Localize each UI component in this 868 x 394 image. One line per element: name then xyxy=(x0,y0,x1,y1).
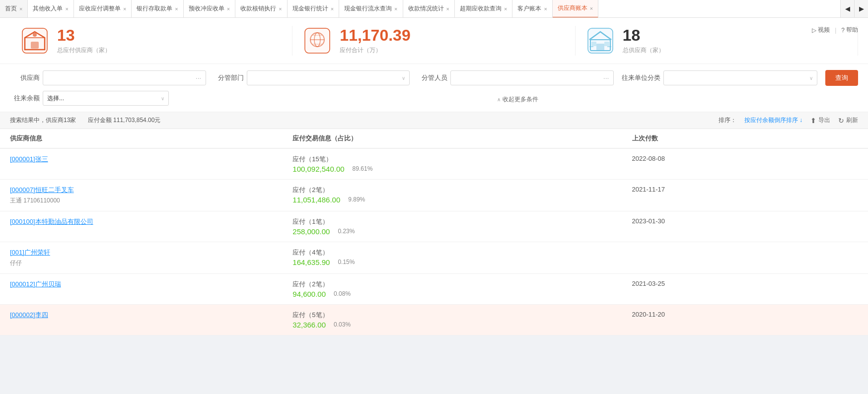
row6-payable-pct: 0.03% xyxy=(334,321,351,328)
export-button[interactable]: ⬆ 导出 xyxy=(810,116,830,125)
supplier-text-input[interactable] xyxy=(47,74,196,81)
row3-payable-amount[interactable]: 258,000.00 xyxy=(292,227,330,236)
sort-button[interactable]: 按应付余额倒序排序 ↓ xyxy=(744,116,802,125)
person-input[interactable]: ··· xyxy=(450,70,614,85)
nav-tab-collection-verify-close[interactable]: × xyxy=(279,6,282,12)
person-text-input[interactable] xyxy=(455,74,603,81)
summary-card1-text: 13 总应付供应商（家） xyxy=(57,27,111,55)
nav-tab-prepay-ar-close[interactable]: × xyxy=(227,6,230,12)
dept-select[interactable]: ∨ xyxy=(247,70,410,85)
row6-supplier-name[interactable]: [000002]李四 xyxy=(10,311,292,320)
nav-tab-home[interactable]: 首页 × xyxy=(0,0,28,18)
summary-card1-num: 13 xyxy=(57,27,111,43)
col-header-payable: 应付交易信息（占比） xyxy=(292,134,632,143)
supplier-input[interactable]: ··· xyxy=(43,70,206,85)
filter-row-2: 往来余额 选择... ∨ ∧ 收起更多条件 xyxy=(10,91,858,106)
person-picker-icon[interactable]: ··· xyxy=(603,74,609,82)
row4-payable-desc: 应付（4笔） xyxy=(292,248,632,257)
shop-icon xyxy=(585,26,615,56)
supplier-icon xyxy=(20,26,50,56)
nav-tab-collection-stat[interactable]: 收款情况统计 × xyxy=(403,0,455,18)
nav-arrows: ◀ ▶ xyxy=(840,0,868,18)
filter-person: 分管人员 ··· xyxy=(418,70,614,85)
nav-tab-overdue-ar-close[interactable]: × xyxy=(504,6,507,12)
query-button[interactable]: 查询 xyxy=(825,70,858,86)
nav-tab-ar-ap-adjust-close[interactable]: × xyxy=(123,6,126,12)
row2-supplier-name[interactable]: [000007]恒旺二手叉车 xyxy=(10,186,292,195)
nav-tab-collection-verify[interactable]: 收款核销执行 × xyxy=(235,0,287,18)
grain-icon xyxy=(302,26,332,56)
table-row[interactable]: [000012]广州贝瑞 应付（2笔） 94,600.00 0.08% 2021… xyxy=(0,274,868,305)
nav-tab-overdue-ar-label: 超期应收款查询 xyxy=(460,4,502,13)
collapse-button[interactable]: ∧ 收起更多条件 xyxy=(497,95,538,104)
nav-tab-customer-ledger-close[interactable]: × xyxy=(544,6,547,12)
dept-chevron-down-icon: ∨ xyxy=(402,75,405,81)
balance-select-value: 选择... xyxy=(47,94,64,103)
nav-tab-other-income-label: 其他收入单 xyxy=(33,4,63,13)
row2-payable-pct: 9.89% xyxy=(348,196,365,203)
row1-payable-pct: 89.61% xyxy=(353,165,373,172)
summary-card3-text: 18 总供应商（家） xyxy=(623,27,664,55)
row4-payable-amount[interactable]: 164,635.90 xyxy=(292,258,330,266)
nav-tab-bank-deposit-close[interactable]: × xyxy=(175,6,178,12)
row1-supplier-info: [000001]张三 xyxy=(10,155,292,164)
table-row[interactable]: [001]广州荣轩 仔仔 应付（4笔） 164,635.90 0.15% xyxy=(0,242,868,274)
nav-tab-bank-deposit[interactable]: 银行存取款单 × xyxy=(132,0,183,18)
row5-supplier-name[interactable]: [000012]广州贝瑞 xyxy=(10,280,292,289)
table-header: 供应商信息 应付交易信息（占比） 上次付数 xyxy=(0,129,868,149)
row2-lastpay-date: 2021-11-17 xyxy=(632,186,665,193)
nav-arrow-left[interactable]: ◀ xyxy=(840,0,854,18)
row6-payable-amount[interactable]: 32,366.00 xyxy=(292,321,326,329)
nav-tab-other-income-close[interactable]: × xyxy=(65,6,68,12)
refresh-button[interactable]: ↻ 刷新 xyxy=(838,116,858,125)
export-icon: ⬆ xyxy=(810,117,816,125)
export-label: 导出 xyxy=(818,116,830,125)
balance-label: 往来余额 xyxy=(10,94,40,103)
nav-arrow-right[interactable]: ▶ xyxy=(854,0,868,18)
row5-payable-amount[interactable]: 94,600.00 xyxy=(292,290,326,298)
svg-rect-15 xyxy=(604,42,609,46)
filter-area: 供应商 ··· 分管部门 ∨ 分管人员 ··· 往来单位分类 ∨ xyxy=(0,64,868,112)
balance-select[interactable]: 选择... ∨ xyxy=(43,91,169,106)
result-actions: 排序： 按应付余额倒序排序 ↓ ⬆ 导出 ↻ 刷新 xyxy=(719,116,858,125)
row4-supplier-name[interactable]: [001]广州荣轩 xyxy=(10,248,292,257)
nav-tab-cash-bank-stat-close[interactable]: × xyxy=(331,6,334,12)
col-header-lastpay: 上次付数 xyxy=(632,134,858,143)
nav-tab-home-close[interactable]: × xyxy=(19,6,22,12)
row3-lastpay-date: 2023-01-30 xyxy=(632,217,665,225)
category-chevron-down-icon: ∨ xyxy=(809,75,813,81)
nav-tab-cash-bank-flow-close[interactable]: × xyxy=(394,6,397,12)
summary-bar: 13 总应付供应商（家） 11,170.39 应付合计（万） xyxy=(0,18,868,64)
video-link[interactable]: ▷ 视频 xyxy=(812,26,830,34)
filter-row-1: 供应商 ··· 分管部门 ∨ 分管人员 ··· 往来单位分类 ∨ xyxy=(10,70,858,86)
table-row[interactable]: [000001]张三 应付（15笔） 100,092,540.00 89.61%… xyxy=(0,149,868,180)
nav-tab-cash-bank-flow[interactable]: 现金银行流水查询 × xyxy=(339,0,403,18)
table-row[interactable]: [000007]恒旺二手叉车 王通 17106110000 应付（2笔） 11,… xyxy=(0,180,868,211)
nav-tab-prepay-ar[interactable]: 预收冲应收单 × xyxy=(184,0,235,18)
nav-tab-cash-bank-stat[interactable]: 现金银行统计 × xyxy=(288,0,339,18)
category-label: 往来单位分类 xyxy=(622,73,660,82)
row1-payable-amount[interactable]: 100,092,540.00 xyxy=(292,165,344,173)
row3-supplier-name[interactable]: [000100]本特勤油品有限公司 xyxy=(10,217,292,226)
summary-card3-num: 18 xyxy=(623,27,664,43)
category-select[interactable]: ∨ xyxy=(663,70,818,85)
table-row[interactable]: [000100]本特勤油品有限公司 应付（1笔） 258,000.00 0.23… xyxy=(0,211,868,242)
nav-tab-customer-ledger[interactable]: 客户账本 × xyxy=(512,0,552,18)
refresh-icon: ↻ xyxy=(838,117,844,125)
nav-tab-supplier-ledger-label: 供应商账本 xyxy=(558,4,587,12)
summary-card2-text: 11,170.39 应付合计（万） xyxy=(340,27,410,55)
help-icon: ? xyxy=(841,27,845,34)
nav-tab-supplier-ledger-close[interactable]: × xyxy=(590,5,593,11)
nav-tab-collection-stat-close[interactable]: × xyxy=(446,6,449,12)
supplier-picker-icon[interactable]: ··· xyxy=(196,74,202,82)
svg-rect-13 xyxy=(596,44,604,51)
collapse-container: ∧ 收起更多条件 xyxy=(177,93,858,104)
table-row[interactable]: [000002]李四 应付（5笔） 32,366.00 0.03% 2020-1… xyxy=(0,305,868,335)
row1-supplier-name[interactable]: [000001]张三 xyxy=(10,155,292,164)
nav-tab-other-income[interactable]: 其他收入单 × xyxy=(28,0,73,18)
row2-payable-amount[interactable]: 11,051,486.00 xyxy=(292,196,340,204)
nav-tab-supplier-ledger[interactable]: 供应商账本 × xyxy=(553,0,598,18)
nav-tab-ar-ap-adjust[interactable]: 应收应付调整单 × xyxy=(74,0,132,18)
nav-tab-overdue-ar[interactable]: 超期应收款查询 × xyxy=(455,0,512,18)
help-link[interactable]: ? 帮助 xyxy=(841,26,858,34)
